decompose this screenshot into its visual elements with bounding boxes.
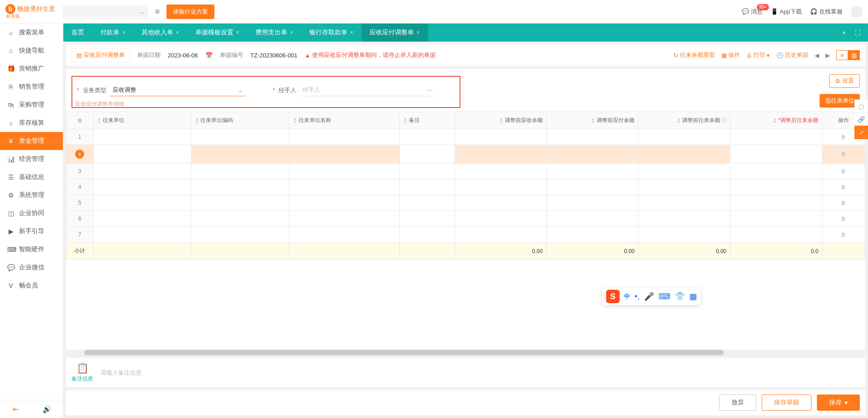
cell[interactable] (289, 227, 399, 243)
ime-keyboard-icon[interactable]: ⌨ (659, 291, 670, 301)
discard-button[interactable]: 放弃 (719, 395, 756, 411)
sidebar-item-quicknav[interactable]: ⌂快捷导航 (0, 42, 63, 60)
messages-link[interactable]: 💬 消息 99+ (742, 8, 763, 16)
cell[interactable] (289, 129, 399, 145)
cell[interactable] (455, 164, 546, 179)
cell[interactable] (455, 145, 546, 164)
cell[interactable] (399, 129, 455, 145)
sidebar-item-sales[interactable]: ⎘销售管理 (0, 78, 63, 96)
cell[interactable] (455, 227, 546, 243)
online-service-link[interactable]: 🎧 在线客服 (810, 8, 843, 16)
close-icon[interactable]: × (350, 29, 353, 36)
sidebar-item-inventory[interactable]: ⌂库存核算 (0, 114, 63, 132)
operate-button[interactable]: ▦操作 (721, 51, 740, 59)
ime-lang[interactable]: 中 (624, 292, 630, 301)
cell[interactable] (93, 211, 191, 227)
cell[interactable] (399, 164, 455, 179)
info-icon[interactable]: ⓘ (721, 117, 726, 123)
cell[interactable] (399, 227, 455, 243)
row-delete[interactable]: 🗑 (822, 164, 865, 179)
row-delete[interactable]: 🗑 (822, 179, 865, 195)
next-doc-button[interactable]: ▶ (825, 52, 830, 59)
col-unit-name[interactable]: ▲▼往来单位名称 (289, 112, 399, 129)
cell[interactable] (638, 211, 730, 227)
cell[interactable] (191, 211, 289, 227)
ime-skin-icon[interactable]: 👕 (675, 291, 685, 301)
close-icon[interactable]: × (290, 29, 293, 36)
app-download-link[interactable]: 📱 App下载 (771, 8, 802, 16)
cell[interactable] (546, 129, 638, 145)
tab-other-income[interactable]: 其他收入单× (133, 23, 187, 42)
cell[interactable] (638, 129, 730, 145)
sidebar-item-business[interactable]: 📊经营管理 (0, 150, 63, 168)
settings-icon[interactable]: ⚙ (155, 8, 160, 15)
company-select[interactable]: ⌄ (62, 5, 148, 19)
cell[interactable] (191, 179, 289, 195)
view-detail-button[interactable]: ▥ (848, 50, 860, 60)
cell[interactable] (93, 129, 191, 145)
sidebar-item-hardware[interactable]: ⌨智能硬件 (0, 240, 63, 258)
history-button[interactable]: 🕘历史单据 (776, 51, 808, 59)
cell[interactable] (730, 195, 822, 211)
cell[interactable] (455, 211, 546, 227)
horizontal-scrollbar[interactable] (66, 350, 865, 355)
close-icon[interactable]: × (176, 29, 179, 36)
close-icon[interactable]: × (122, 29, 125, 36)
fullscreen-icon[interactable]: ⛶ (852, 28, 863, 38)
col-pre-bal[interactable]: ▲▼调整前往来余额ⓘ (638, 112, 730, 129)
cell[interactable] (399, 145, 455, 164)
cell[interactable] (546, 145, 638, 164)
cell[interactable] (730, 211, 822, 227)
ime-mic-icon[interactable]: 🎤 (644, 291, 654, 301)
view-list-button[interactable]: ≡ (836, 50, 848, 60)
close-icon[interactable]: × (236, 29, 239, 36)
cell[interactable] (546, 164, 638, 179)
cell[interactable] (546, 195, 638, 211)
prev-doc-button[interactable]: ◀ (815, 52, 819, 59)
cell[interactable] (289, 145, 399, 164)
cell[interactable] (399, 195, 455, 211)
cell[interactable] (730, 164, 822, 179)
cell[interactable] (638, 227, 730, 243)
form-settings-button[interactable]: ⚙设置 (829, 74, 860, 88)
sidebar-item-basic[interactable]: ☰基础信息 (0, 168, 63, 186)
cell[interactable] (455, 129, 546, 145)
sidebar-item-marketing[interactable]: 🎁营销推广 (0, 60, 63, 78)
tab-adjust[interactable]: 应收应付调整单× (361, 23, 428, 42)
cell[interactable] (546, 211, 638, 227)
save-draft-button[interactable]: 保存草稿 (762, 395, 811, 411)
tab-expense[interactable]: 费用支出单× (247, 23, 301, 42)
cell[interactable] (289, 179, 399, 195)
cell[interactable] (93, 195, 191, 211)
tab-payment[interactable]: 付款单× (92, 23, 133, 42)
ime-tools-icon[interactable]: ▦ (689, 291, 697, 301)
tab-bank[interactable]: 银行存取款单× (301, 23, 361, 42)
cell[interactable] (546, 227, 638, 243)
col-pre-pay[interactable]: ▲▼调整前应付余额 (546, 112, 638, 129)
col-post-bal[interactable]: ▲▼*调整后往来余额 (730, 112, 822, 129)
cell[interactable] (191, 227, 289, 243)
cell[interactable] (730, 179, 822, 195)
reget-balance-button[interactable]: ↻往来余额重取 (674, 51, 715, 59)
cell[interactable] (191, 145, 289, 164)
cell[interactable] (191, 129, 289, 145)
scrollbar-thumb[interactable] (84, 350, 724, 355)
tab-close-all-icon[interactable]: × (840, 28, 849, 38)
cell[interactable] (289, 211, 399, 227)
float-attach-button[interactable]: 🔗 (854, 113, 868, 126)
sidebar-item-member[interactable]: V畅会员 (0, 277, 63, 295)
cell[interactable] (93, 227, 191, 243)
cell[interactable] (191, 195, 289, 211)
cell[interactable] (638, 179, 730, 195)
row-delete[interactable]: 🗑 (822, 211, 865, 227)
cell[interactable] (455, 179, 546, 195)
remark-input[interactable] (100, 369, 860, 376)
sidebar-collapse-left[interactable]: ⇤ (0, 400, 32, 418)
row-delete[interactable]: 🗑 (822, 227, 865, 243)
select-unit-button[interactable]: 选往来单位 (820, 94, 860, 108)
close-icon[interactable]: × (417, 29, 420, 36)
col-unit[interactable]: ▲▼往来单位 (93, 112, 191, 129)
biz-type-select[interactable]: 应收调整 ⌄ (110, 84, 246, 96)
cell[interactable] (93, 145, 191, 164)
cell[interactable] (93, 179, 191, 195)
